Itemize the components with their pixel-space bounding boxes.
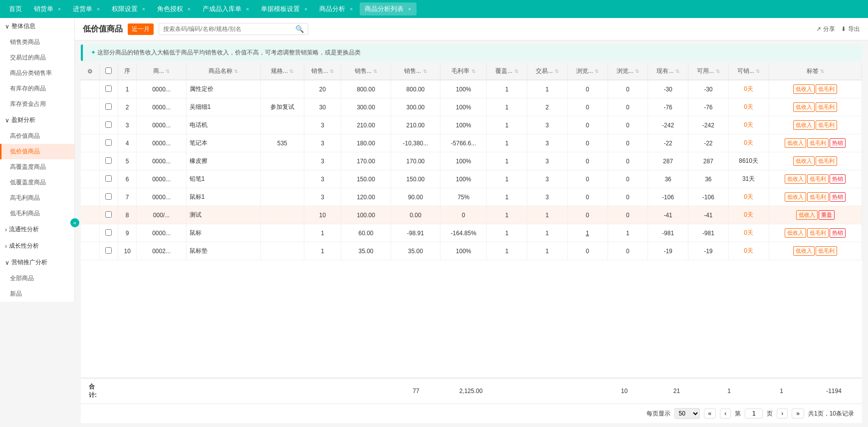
cell-settings xyxy=(81,224,99,242)
cell-s3: 0.00 xyxy=(391,206,440,224)
col-name[interactable]: 商品名称 ⇅ xyxy=(186,63,260,80)
cell-checkbox[interactable] xyxy=(99,80,118,98)
row-checkbox-1[interactable] xyxy=(105,103,112,110)
nav-item-permissions[interactable]: 权限设置 × xyxy=(107,2,150,15)
cell-s4: 100% xyxy=(440,116,487,134)
collapse-sidebar-btn[interactable]: « xyxy=(70,218,79,227)
col-settings[interactable]: ⚙ xyxy=(81,63,99,80)
sidebar-item-high-value[interactable]: 高价值商品 xyxy=(0,128,74,144)
sidebar-group-profit[interactable]: ∨ 盈财分析 xyxy=(0,112,74,128)
nav-item-analysis-list[interactable]: 商品分析列表 × xyxy=(360,2,416,15)
col-s2[interactable]: 销售... ⇅ xyxy=(341,63,391,80)
cell-checkbox[interactable] xyxy=(99,152,118,170)
sidebar-group-overall[interactable]: ∨ 整体信息 xyxy=(0,18,74,34)
cell-checkbox[interactable] xyxy=(99,206,118,224)
select-all-checkbox[interactable] xyxy=(105,67,112,74)
cell-checkbox[interactable] xyxy=(99,188,118,206)
sidebar-item-all-products[interactable]: 全部商品 xyxy=(0,271,74,286)
col-s1[interactable]: 销售... ⇅ xyxy=(304,63,341,80)
prev-page-btn[interactable]: ‹ xyxy=(720,409,731,419)
first-page-btn[interactable]: « xyxy=(704,409,716,419)
sidebar-group-marketing[interactable]: ∨ 营销推广分析 xyxy=(0,254,74,271)
cell-checkbox[interactable] xyxy=(99,98,118,116)
sidebar-item-low-margin[interactable]: 低毛利商品 xyxy=(0,206,74,221)
nav-item-template[interactable]: 单据模板设置 × xyxy=(256,2,312,15)
cell-n1: -106 xyxy=(648,188,688,206)
sidebar-group-flow[interactable]: › 流通性分析 xyxy=(0,221,74,238)
row-checkbox-3[interactable] xyxy=(105,139,112,146)
cell-n2: 287 xyxy=(688,152,729,170)
row-checkbox-6[interactable] xyxy=(105,193,112,200)
data-table: ⚙ 序 商... ⇅ 商品名称 ⇅ 规格... ⇅ 销售... ⇅ 销售... … xyxy=(81,63,862,260)
cell-checkbox[interactable] xyxy=(99,170,118,188)
col-b2[interactable]: 浏览... ⇅ xyxy=(608,63,648,80)
col-tags[interactable]: 标签 ⇅ xyxy=(769,63,862,80)
tag-低收入: 低收入 xyxy=(785,174,806,184)
sidebar-item-sales-products[interactable]: 销售类商品 xyxy=(0,34,74,50)
col-c1[interactable]: 覆盖... ⇅ xyxy=(487,63,527,80)
per-page-select[interactable]: 50 20 100 xyxy=(674,408,700,419)
col-b1[interactable]: 浏览... ⇅ xyxy=(567,63,608,80)
nav-item-sales[interactable]: 销货单 × xyxy=(29,2,66,15)
cell-num: 9 xyxy=(118,224,137,242)
table-container[interactable]: ⚙ 序 商... ⇅ 商品名称 ⇅ 规格... ⇅ 销售... ⇅ 销售... … xyxy=(81,63,862,378)
cell-b2: 0 xyxy=(608,116,648,134)
cell-name: 电话机 xyxy=(186,116,260,134)
row-checkbox-2[interactable] xyxy=(105,121,112,128)
search-icon[interactable]: 🔍 xyxy=(295,25,304,33)
sidebar-group-growth[interactable]: › 成长性分析 xyxy=(0,238,74,254)
sidebar-item-low-coverage[interactable]: 低覆盖度商品 xyxy=(0,175,74,190)
col-s4[interactable]: 毛利率 ⇅ xyxy=(440,63,487,80)
sidebar-item-high-coverage[interactable]: 高覆盖度商品 xyxy=(0,159,74,175)
share-button[interactable]: ↗ 分享 xyxy=(816,25,835,33)
cell-checkbox[interactable] xyxy=(99,116,118,134)
col-n2[interactable]: 可用... ⇅ xyxy=(688,63,729,80)
cell-settings xyxy=(81,188,99,206)
sidebar-item-inventory-fund[interactable]: 库存资金占用 xyxy=(0,96,74,112)
cell-s1: 3 xyxy=(304,152,341,170)
sidebar-item-category-rate[interactable]: 商品分类销售率 xyxy=(0,65,74,81)
nav-item-home[interactable]: 首页 xyxy=(4,2,27,15)
row-checkbox-5[interactable] xyxy=(105,175,112,182)
row-checkbox-0[interactable] xyxy=(105,85,112,92)
nav-item-analysis[interactable]: 商品分析 × xyxy=(314,2,358,15)
export-button[interactable]: ⬇ 导出 xyxy=(841,25,860,33)
last-page-btn[interactable]: » xyxy=(792,409,804,419)
col-s3[interactable]: 销售... ⇅ xyxy=(391,63,440,80)
col-n1[interactable]: 现有... ⇅ xyxy=(648,63,688,80)
cell-checkbox[interactable] xyxy=(99,242,118,260)
sidebar-item-traded[interactable]: 交易过的商品 xyxy=(0,50,74,65)
row-checkbox-8[interactable] xyxy=(105,229,112,236)
sidebar-item-stocked[interactable]: 有库存的商品 xyxy=(0,81,74,96)
nav-item-purchase[interactable]: 进货单 × xyxy=(68,2,105,15)
sidebar-item-low-value[interactable]: 低价值商品 xyxy=(0,144,74,159)
cell-s3: 300.00 xyxy=(391,98,440,116)
next-page-btn[interactable]: › xyxy=(777,409,788,419)
period-button[interactable]: 近一月 xyxy=(128,23,154,35)
col-days[interactable]: 可销... ⇅ xyxy=(728,63,769,80)
cell-b1[interactable]: 1 xyxy=(567,224,608,242)
col-code[interactable]: 商... ⇅ xyxy=(137,63,186,80)
cell-s2: 210.00 xyxy=(341,116,391,134)
cell-spec xyxy=(260,170,304,188)
col-spec[interactable]: 规格... ⇅ xyxy=(260,63,304,80)
col-checkbox[interactable] xyxy=(99,63,118,80)
pagination: 每页显示 50 20 100 « ‹ 第 页 › » 共1页，10条记录 xyxy=(81,404,862,423)
cell-s1: 1 xyxy=(304,242,341,260)
row-checkbox-9[interactable] xyxy=(105,247,112,254)
settings-icon[interactable]: ⚙ xyxy=(87,68,93,75)
nav-item-roles[interactable]: 角色授权 × xyxy=(152,2,196,15)
tag-热销: 热销 xyxy=(830,138,846,148)
cell-spec: 535 xyxy=(260,134,304,152)
row-checkbox-4[interactable] xyxy=(105,157,112,164)
col-c2[interactable]: 交易... ⇅ xyxy=(527,63,568,80)
cell-checkbox[interactable] xyxy=(99,224,118,242)
cell-checkbox[interactable] xyxy=(99,134,118,152)
row-checkbox-7[interactable] xyxy=(105,211,112,218)
nav-item-production[interactable]: 产成品入库单 × xyxy=(198,2,254,15)
sidebar-item-new-products[interactable]: 新品 xyxy=(0,286,74,302)
search-input[interactable] xyxy=(163,25,292,32)
cell-n1: 287 xyxy=(648,152,688,170)
sidebar-item-high-margin[interactable]: 高毛利商品 xyxy=(0,190,74,206)
page-input[interactable] xyxy=(745,409,763,419)
